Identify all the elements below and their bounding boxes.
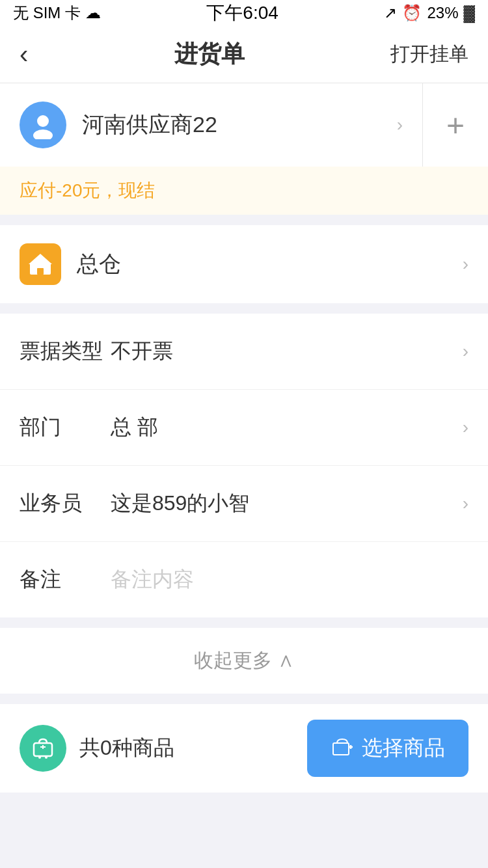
person-icon xyxy=(29,111,57,139)
svg-rect-4 xyxy=(37,268,44,275)
status-right: ↗ ⏰ 23% ▓ xyxy=(384,4,475,22)
department-value: 总 部 xyxy=(111,413,456,442)
svg-point-1 xyxy=(33,129,53,139)
battery-label: 23% xyxy=(427,4,458,22)
form-section: 票据类型 不开票 › 部门 总 部 › 业务员 这是859的小智 › 备注 备注… xyxy=(0,314,488,617)
bottom-bar: 共0种商品 选择商品 xyxy=(0,704,488,793)
chevron-right-icon: › xyxy=(463,341,468,362)
battery-icon: ▓ xyxy=(464,4,476,22)
svg-rect-10 xyxy=(333,743,349,755)
invoice-type-value: 不开票 xyxy=(111,337,456,366)
supplier-name: 河南供应商22 xyxy=(82,110,390,140)
svg-point-0 xyxy=(37,115,49,127)
status-time: 下午6:04 xyxy=(206,1,278,25)
house-icon xyxy=(27,251,53,277)
chevron-right-icon: › xyxy=(463,493,468,514)
svg-marker-3 xyxy=(29,254,52,264)
nav-bar: ‹ 进货单 打开挂单 xyxy=(0,26,488,83)
salesperson-row[interactable]: 业务员 这是859的小智 › xyxy=(0,466,488,542)
invoice-type-label: 票据类型 xyxy=(20,337,111,366)
alarm-icon: ⏰ xyxy=(402,4,422,22)
chevron-right-icon: › xyxy=(463,254,468,275)
product-count: 共0种商品 xyxy=(79,734,294,763)
notice-text: 应付-20元，现结 xyxy=(20,180,155,200)
department-label: 部门 xyxy=(20,413,111,442)
content-area: 河南供应商22 › + 应付-20元，现结 总仓 › 票据类型 不开票 › 部门… xyxy=(0,83,488,868)
collapse-button[interactable]: 收起更多 ∧ xyxy=(0,628,488,694)
supplier-selector[interactable]: 河南供应商22 › xyxy=(0,83,423,167)
page-title: 进货单 xyxy=(174,38,245,70)
back-button[interactable]: ‹ xyxy=(20,40,28,69)
cart-icon xyxy=(29,734,57,763)
add-cart-icon xyxy=(331,737,354,760)
remark-label: 备注 xyxy=(20,565,111,594)
notice-bar: 应付-20元，现结 xyxy=(0,167,488,215)
chevron-right-icon: › xyxy=(463,417,468,438)
product-icon xyxy=(20,725,66,772)
location-icon: ↗ xyxy=(384,4,397,22)
sim-label: 无 SIM 卡 ☁ xyxy=(13,3,101,23)
add-supplier-button[interactable]: + xyxy=(423,83,488,167)
chevron-right-icon: › xyxy=(397,115,403,135)
status-bar: 无 SIM 卡 ☁ 下午6:04 ↗ ⏰ 23% ▓ xyxy=(0,0,488,26)
warehouse-icon xyxy=(20,243,61,285)
open-pending-button[interactable]: 打开挂单 xyxy=(390,41,468,68)
select-product-button[interactable]: 选择商品 xyxy=(307,720,468,777)
salesperson-label: 业务员 xyxy=(20,489,111,518)
select-product-label: 选择商品 xyxy=(362,734,445,763)
collapse-label: 收起更多 ∧ xyxy=(194,647,293,674)
warehouse-name: 总仓 xyxy=(77,249,456,279)
department-row[interactable]: 部门 总 部 › xyxy=(0,390,488,466)
supplier-section: 河南供应商22 › + xyxy=(0,83,488,167)
invoice-type-row[interactable]: 票据类型 不开票 › xyxy=(0,314,488,390)
page-background xyxy=(0,803,488,868)
status-left: 无 SIM 卡 ☁ xyxy=(13,3,101,23)
salesperson-value: 这是859的小智 xyxy=(111,489,456,518)
remark-input[interactable]: 备注内容 xyxy=(111,565,468,594)
supplier-avatar xyxy=(20,102,66,148)
svg-point-6 xyxy=(38,756,41,759)
svg-point-7 xyxy=(45,756,47,759)
remark-row[interactable]: 备注 备注内容 xyxy=(0,542,488,617)
warehouse-selector[interactable]: 总仓 › xyxy=(0,225,488,303)
